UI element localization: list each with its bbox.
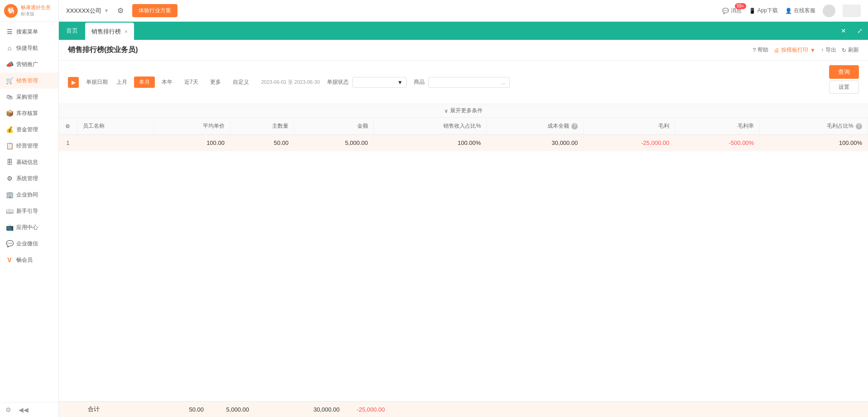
sidebar-footer: ⚙ ◀◀	[0, 402, 58, 417]
col-gross-rate: 毛利率	[675, 118, 760, 135]
cell-gross-pct: 100.00%	[760, 135, 868, 151]
service-icon: 👤	[785, 8, 792, 14]
topbar-gear-button[interactable]: ⚙	[114, 5, 127, 17]
basic-nav-icon: 🗄	[5, 158, 14, 166]
filter-expand-arrow[interactable]: ▶	[68, 77, 79, 88]
sidebar-item-guide[interactable]: 📖 新手引导	[0, 203, 58, 219]
sidebar-item-collab[interactable]: 🏢 企业协同	[0, 187, 58, 203]
sidebar-item-inventory[interactable]: 📦 库存核算	[0, 105, 58, 121]
message-button[interactable]: 💬 消息 99+	[722, 7, 742, 14]
sidebar-item-label: 库存核算	[16, 110, 38, 117]
company-selector[interactable]: XXXXXX公司 ▼	[66, 7, 109, 15]
template-print-button[interactable]: 🖨 按模板打印 ▼	[774, 46, 815, 54]
app-download-icon: 📱	[749, 8, 756, 14]
template-print-label: 按模板打印	[781, 46, 808, 54]
topbar-right: 💬 消息 99+ 📱 App下载 👤 在线客服	[722, 5, 861, 17]
refresh-icon: ↻	[842, 47, 846, 53]
apps-nav-icon: 📺	[5, 223, 14, 231]
app-subtitle: 标准版	[21, 11, 51, 17]
cell-gross-profit: -25,000.00	[584, 135, 675, 151]
status-select-arrow: ▼	[397, 79, 403, 86]
sidebar-item-label: 企业微信	[16, 240, 38, 248]
sidebar-item-system[interactable]: ⚙ 系统管理	[0, 170, 58, 187]
this-year-pill[interactable]: 本年	[157, 77, 177, 88]
topbar: XXXXXX公司 ▼ ⚙ 体验行业方案 💬 消息 99+ 📱 App下载 👤 在…	[59, 0, 868, 22]
user-avatar[interactable]	[823, 5, 835, 17]
company-name: XXXXXX公司	[66, 7, 101, 15]
sidebar-item-search[interactable]: ☰ 搜索菜单	[0, 24, 58, 40]
message-icon: 💬	[722, 8, 729, 14]
more-pill[interactable]: 更多	[205, 77, 226, 88]
sidebar-item-member[interactable]: V 畅会员	[0, 252, 58, 268]
collab-nav-icon: 🏢	[5, 191, 14, 199]
sidebar-item-label: 系统管理	[16, 175, 38, 182]
last7-pill[interactable]: 近7天	[179, 77, 203, 88]
collapse-sidebar-icon[interactable]: ◀◀	[19, 406, 29, 413]
this-month-pill[interactable]: 本月	[134, 77, 155, 88]
sidebar-item-label: 搜索菜单	[16, 28, 38, 36]
expand-chevron-icon: ∨	[444, 108, 448, 114]
app-title: 畅康通好生意	[21, 4, 51, 10]
right-action-buttons: 查询 设置	[829, 65, 859, 99]
sidebar-item-apps[interactable]: 📺 应用中心	[0, 219, 58, 235]
query-button[interactable]: 查询	[829, 65, 859, 79]
sidebar-item-operations[interactable]: 📋 经营管理	[0, 138, 58, 154]
last-month-pill[interactable]: 上月	[111, 77, 132, 88]
sidebar-item-label: 基础信息	[16, 158, 38, 166]
cost-info-icon[interactable]: ?	[571, 123, 578, 129]
refresh-button[interactable]: ↻ 刷新	[842, 46, 859, 54]
col-qty: 主数量	[230, 118, 294, 135]
goods-more-icon[interactable]: ...	[501, 79, 506, 86]
search-nav-icon: ☰	[5, 28, 14, 36]
column-settings-button[interactable]: 设置	[829, 81, 859, 94]
sidebar-item-quicknav[interactable]: ⌂ 快捷导航	[0, 40, 58, 56]
table-footer: 合计 50.00 5,000.00 30,000.00 -25,000.00	[59, 401, 868, 417]
status-select[interactable]: ▼	[352, 77, 407, 88]
expand-conditions-row[interactable]: ∨ 展开更多条件	[59, 104, 868, 118]
tab-home[interactable]: 首页	[59, 22, 85, 40]
col-settings[interactable]: ⚙	[59, 118, 77, 135]
online-service-button[interactable]: 👤 在线客服	[785, 7, 815, 14]
tab-sales-rank-label: 销售排行榜	[91, 28, 121, 36]
message-badge: 99+	[735, 3, 746, 9]
sidebar-item-purchase[interactable]: 🛍 采购管理	[0, 89, 58, 105]
refresh-label: 刷新	[848, 46, 859, 54]
app-download-button[interactable]: 📱 App下载	[749, 7, 778, 14]
date-range-display: 2023-06-01 至 2023-06-30	[261, 79, 320, 86]
sidebar-item-label: 营销推广	[16, 61, 38, 68]
table-container: ⚙ 员工名称 平均单价 主数量 金额 销售收入占比% 成本全额 ? 毛利 毛利率	[59, 118, 868, 401]
settings-footer-icon[interactable]: ⚙	[5, 406, 11, 413]
sidebar-item-marketing[interactable]: 📣 营销推广	[0, 56, 58, 72]
home-nav-icon: ⌂	[5, 44, 14, 52]
sidebar-item-sales[interactable]: 🛒 销售管理	[0, 72, 58, 89]
sidebar-item-wechat[interactable]: 💬 企业微信	[0, 235, 58, 252]
sales-rank-table: ⚙ 员工名称 平均单价 主数量 金额 销售收入占比% 成本全额 ? 毛利 毛利率	[59, 118, 868, 151]
col-cost: 成本全额 ?	[487, 118, 584, 135]
tab-close-window[interactable]: ✕	[835, 27, 852, 34]
goods-input[interactable]: ...	[428, 77, 510, 88]
sidebar-item-basic[interactable]: 🗄 基础信息	[0, 154, 58, 170]
tab-sales-rank[interactable]: 销售排行榜 ×	[85, 23, 134, 41]
sidebar-item-label: 销售管理	[16, 77, 38, 85]
cell-avg-price: 100.00	[153, 135, 230, 151]
gross-pct-info-icon[interactable]: ?	[856, 123, 862, 129]
col-amount: 金额	[294, 118, 374, 135]
sidebar-item-label: 畅会员	[16, 256, 33, 264]
goods-filter-label: 商品	[414, 78, 425, 86]
cell-amount: 5,000.00	[294, 135, 374, 151]
sidebar-item-finance[interactable]: 💰 资金管理	[0, 121, 58, 138]
tab-restore-window[interactable]: ⤢	[852, 27, 868, 34]
export-label: 导出	[825, 46, 836, 54]
export-button[interactable]: ↑ 导出	[821, 46, 836, 54]
help-label: 帮助	[758, 46, 768, 54]
help-button[interactable]: ? 帮助	[753, 46, 768, 54]
tab-close-button[interactable]: ×	[125, 29, 128, 34]
col-gross-pct: 毛利占比% ?	[760, 118, 868, 135]
sidebar-item-label: 经营管理	[16, 142, 38, 150]
industry-solution-button[interactable]: 体验行业方案	[132, 4, 177, 17]
sidebar-item-label: 企业协同	[16, 191, 38, 199]
custom-pill[interactable]: 自定义	[228, 77, 254, 88]
sidebar-item-label: 新手引导	[16, 207, 38, 215]
cell-qty: 50.00	[230, 135, 294, 151]
sales-nav-icon: 🛒	[5, 77, 14, 85]
